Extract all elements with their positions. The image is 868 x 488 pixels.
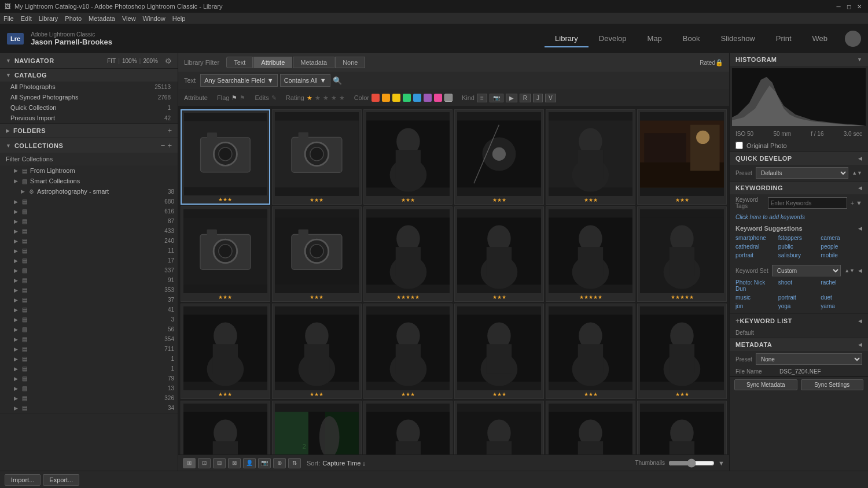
suggestions-arrow[interactable]: ◀ xyxy=(858,225,862,231)
star-1[interactable]: ★ xyxy=(307,94,312,102)
photo-cell-18[interactable]: 18 ★★★ xyxy=(637,304,727,399)
collection-item[interactable]: ▶ ▤ 354 xyxy=(0,334,178,344)
kind-virtual[interactable]: V xyxy=(545,94,556,102)
thumb-arrow-down[interactable]: ▼ xyxy=(718,460,724,467)
catalog-item-quick[interactable]: Quick Collection 1 xyxy=(0,102,178,113)
photo-cell-5[interactable]: 5 ★★★ xyxy=(546,109,635,205)
collection-item[interactable]: ▶ ▤ 56 xyxy=(0,324,178,334)
folders-add-button[interactable]: + xyxy=(168,127,172,135)
histogram-header[interactable]: Histogram ▼ xyxy=(730,53,868,66)
extras-button[interactable]: ⊕ xyxy=(273,458,286,468)
menu-view[interactable]: View xyxy=(122,15,136,22)
filter-tab-metadata[interactable]: Metadata xyxy=(293,57,334,68)
zoom-200[interactable]: 200% xyxy=(143,58,158,64)
photo-cell-19[interactable]: 19 ★★★★★ xyxy=(181,401,270,454)
kw-suggestion-3[interactable]: cathedral xyxy=(735,243,777,250)
collection-item[interactable]: ▶ ▤ 17 xyxy=(0,256,178,265)
menu-window[interactable]: Window xyxy=(143,15,165,22)
photo-cell-11[interactable]: 11 ★★★★★ xyxy=(546,206,635,302)
import-button[interactable]: Import... xyxy=(5,474,41,486)
collection-item[interactable]: ▶ ▤ 79 xyxy=(0,374,178,383)
keywording-header[interactable]: Keywording ◀ xyxy=(730,182,868,194)
filter-lock-button[interactable]: 🔒 xyxy=(715,59,723,66)
photo-cell-3[interactable]: 3 ★★★ xyxy=(363,109,453,205)
color-blue[interactable] xyxy=(413,94,421,102)
fit-button[interactable]: FIT xyxy=(107,58,116,64)
keyword-input[interactable] xyxy=(768,197,847,209)
kw-suggestion-0[interactable]: smartphone xyxy=(735,234,777,242)
photo-cell-12[interactable]: 12 ★★★★★ xyxy=(637,206,727,302)
search-field-selector[interactable]: Any Searchable Field ▼ xyxy=(200,74,277,87)
keyword-list-header[interactable]: + Keyword List ◀ xyxy=(730,314,868,327)
photo-cell-14[interactable]: 14 ★★★ xyxy=(272,304,362,399)
kw-set-tag-4[interactable]: portrait xyxy=(778,294,820,301)
color-orange[interactable] xyxy=(382,94,390,102)
preset-select[interactable]: Defaults xyxy=(756,167,848,179)
flag-up-icon[interactable]: ⚑ xyxy=(231,94,237,102)
sort-value[interactable]: Capture Time ↓ xyxy=(322,460,366,467)
color-pink[interactable] xyxy=(434,94,442,102)
collection-item[interactable]: ▶ ▤ 680 xyxy=(0,197,178,206)
kind-photos[interactable]: 📷 xyxy=(490,94,503,102)
kw-suggestion-4[interactable]: public xyxy=(778,243,820,250)
photo-cell-8[interactable]: 8 ★★★ xyxy=(272,206,362,302)
menu-photo[interactable]: Photo xyxy=(65,15,82,22)
collection-item[interactable]: ▶ ▤ 326 xyxy=(0,393,178,403)
close-button[interactable]: ✕ xyxy=(855,2,863,10)
photo-cell-7[interactable]: 7 ★★★ xyxy=(181,206,270,302)
tab-library[interactable]: Library xyxy=(545,31,589,47)
star-4[interactable]: ★ xyxy=(331,94,337,102)
loupe-view-button[interactable]: ⊡ xyxy=(198,458,211,468)
tab-book[interactable]: Book xyxy=(672,31,711,47)
catalog-header[interactable]: ▼ Catalog xyxy=(0,69,178,82)
photo-cell-17[interactable]: 17 ★★★ xyxy=(546,304,635,399)
edits-icon[interactable]: ✎ xyxy=(271,94,277,102)
collection-item[interactable]: ▶ ▤ 337 xyxy=(0,265,178,275)
collection-item[interactable]: ▶ ▤ 41 xyxy=(0,305,178,315)
menu-library[interactable]: Library xyxy=(39,15,58,22)
keyword-set-select[interactable]: Custom xyxy=(772,265,841,276)
compare-view-button[interactable]: ⊟ xyxy=(213,458,226,468)
color-purple[interactable] xyxy=(424,94,432,102)
people-view-button[interactable]: 👤 xyxy=(243,458,256,468)
color-yellow[interactable] xyxy=(392,94,400,102)
survey-view-button[interactable]: ⊠ xyxy=(228,458,241,468)
tab-print[interactable]: Print xyxy=(766,31,802,47)
kw-set-tag-2[interactable]: rachel xyxy=(821,279,862,293)
kind-all[interactable]: ≡ xyxy=(477,94,487,102)
metadata-header[interactable]: Metadata ◀ xyxy=(730,338,868,351)
photo-cell-2[interactable]: 2 ★★★ xyxy=(272,109,362,205)
catalog-item-previous[interactable]: Previous Import 42 xyxy=(0,113,178,123)
star-2[interactable]: ★ xyxy=(315,94,321,102)
flag-down-icon[interactable]: ⚑ xyxy=(240,94,245,102)
contains-selector[interactable]: Contains All ▼ xyxy=(280,74,330,87)
catalog-item-synced[interactable]: All Synced Photographs 2768 xyxy=(0,92,178,102)
photo-cell-23[interactable]: 23 ★★★ xyxy=(546,401,635,454)
search-button[interactable]: 🔍 xyxy=(333,76,342,85)
tab-develop[interactable]: Develop xyxy=(589,31,637,47)
tab-web[interactable]: Web xyxy=(802,31,838,47)
kw-set-tag-8[interactable]: yama xyxy=(821,302,862,310)
kind-video[interactable]: ▶ xyxy=(506,94,517,102)
quick-develop-header[interactable]: Quick Develop ◀ xyxy=(730,152,868,165)
kw-set-tag-6[interactable]: jon xyxy=(735,302,777,310)
photo-cell-24[interactable]: 24 ★★★ xyxy=(637,401,727,454)
collection-item[interactable]: ▶ ▤ 87 xyxy=(0,216,178,226)
catalog-item-all-photos[interactable]: All Photographs 25113 xyxy=(0,82,178,92)
photo-cell-9[interactable]: 9 ★★★★★ xyxy=(363,206,453,302)
photo-cell-6[interactable]: 6 ★★★ xyxy=(637,109,727,205)
kind-raw[interactable]: R xyxy=(520,94,531,102)
sync-metadata-button[interactable]: Sync Metadata xyxy=(734,379,797,390)
collection-item[interactable]: ▶ ▤ 1 xyxy=(0,364,178,374)
kw-suggestion-7[interactable]: salisbury xyxy=(778,252,820,259)
kw-set-tag-3[interactable]: music xyxy=(735,294,777,301)
grid-view-button[interactable]: ⊞ xyxy=(183,458,196,468)
tab-slideshow[interactable]: Slideshow xyxy=(711,31,766,47)
photo-cell-13[interactable]: 13 ★★★ xyxy=(181,304,270,399)
photo-cell-10[interactable]: 10 ★★★ xyxy=(454,206,544,302)
zoom-100[interactable]: 100% xyxy=(122,58,137,64)
navigator-expand[interactable]: ⚙ xyxy=(165,57,172,65)
menu-metadata[interactable]: Metadata xyxy=(89,15,115,22)
keyword-add-icon[interactable]: + xyxy=(851,199,854,206)
folders-header[interactable]: ▶ Folders + xyxy=(0,124,178,138)
